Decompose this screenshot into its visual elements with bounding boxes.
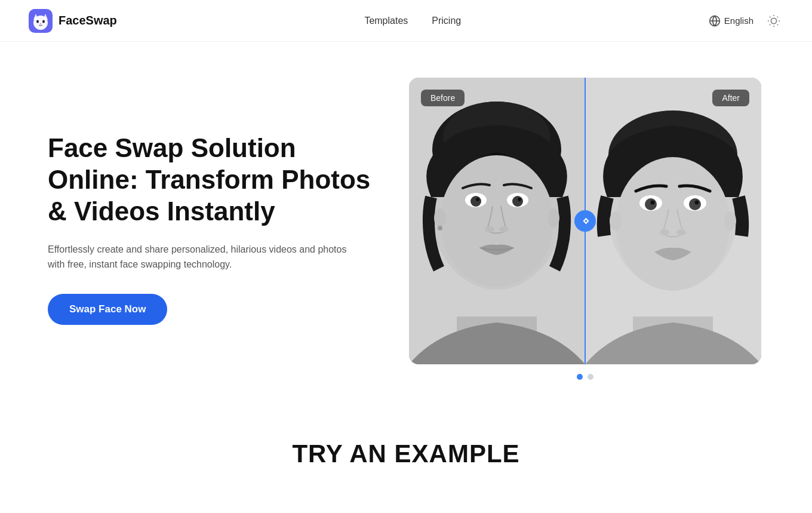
header-right: English xyxy=(709,11,783,30)
hero-section: Face Swap Solution Online: Transform Pho… xyxy=(0,42,812,404)
arrows-icon xyxy=(580,216,590,226)
comparison-widget: Before After xyxy=(409,78,761,364)
after-label: After xyxy=(712,90,749,106)
svg-point-4 xyxy=(36,20,39,23)
svg-point-49 xyxy=(610,211,622,231)
globe-icon xyxy=(709,15,721,27)
svg-line-13 xyxy=(777,24,778,24)
language-label: English xyxy=(724,16,753,26)
after-image xyxy=(585,78,761,364)
hero-text: Face Swap Solution Online: Transform Pho… xyxy=(48,133,377,325)
svg-line-16 xyxy=(770,24,770,24)
before-label: Before xyxy=(421,90,465,106)
svg-line-17 xyxy=(777,16,778,17)
hero-title: Face Swap Solution Online: Transform Pho… xyxy=(48,133,377,227)
comparison-handle[interactable] xyxy=(574,210,596,232)
svg-point-33 xyxy=(434,208,446,228)
try-example-title: TRY AN EXAMPLE xyxy=(48,440,764,468)
svg-point-40 xyxy=(616,157,730,291)
main-nav: Templates Pricing xyxy=(364,16,461,26)
before-face-svg xyxy=(409,78,585,364)
svg-point-50 xyxy=(724,211,736,231)
carousel-dot-2[interactable] xyxy=(588,374,593,380)
svg-point-29 xyxy=(476,198,479,201)
svg-point-28 xyxy=(512,196,523,207)
carousel-dots xyxy=(577,374,593,380)
svg-point-31 xyxy=(485,226,494,232)
svg-point-32 xyxy=(499,226,509,232)
svg-point-48 xyxy=(676,229,686,235)
svg-point-5 xyxy=(42,20,45,23)
svg-point-24 xyxy=(440,155,553,287)
svg-line-12 xyxy=(770,16,770,17)
svg-point-45 xyxy=(651,201,655,205)
svg-point-9 xyxy=(771,18,776,23)
hero-visual: Before After xyxy=(406,78,764,380)
nav-templates[interactable]: Templates xyxy=(364,16,408,26)
svg-point-27 xyxy=(470,196,481,207)
svg-point-35 xyxy=(438,226,442,231)
sun-icon xyxy=(767,14,780,27)
svg-point-44 xyxy=(689,198,701,210)
carousel-dot-1[interactable] xyxy=(577,374,583,380)
hero-description: Effortlessly create and share personaliz… xyxy=(48,242,358,272)
logo-icon xyxy=(29,9,53,33)
svg-point-46 xyxy=(695,201,699,205)
svg-point-43 xyxy=(645,198,657,210)
nav-pricing[interactable]: Pricing xyxy=(432,16,461,26)
theme-toggle-button[interactable] xyxy=(764,11,783,30)
svg-point-47 xyxy=(660,229,669,235)
after-face-svg xyxy=(585,78,761,364)
svg-point-34 xyxy=(548,208,559,228)
swap-face-now-button[interactable]: Swap Face Now xyxy=(48,294,167,325)
svg-point-3 xyxy=(33,16,48,30)
svg-point-30 xyxy=(518,198,521,201)
before-image xyxy=(409,78,585,364)
language-selector[interactable]: English xyxy=(709,15,753,27)
try-example-section: TRY AN EXAMPLE xyxy=(0,404,812,492)
logo-label: FaceSwap xyxy=(59,14,117,27)
svg-point-6 xyxy=(40,23,42,24)
header: FaceSwap Templates Pricing English xyxy=(0,0,812,42)
logo[interactable]: FaceSwap xyxy=(29,9,117,33)
